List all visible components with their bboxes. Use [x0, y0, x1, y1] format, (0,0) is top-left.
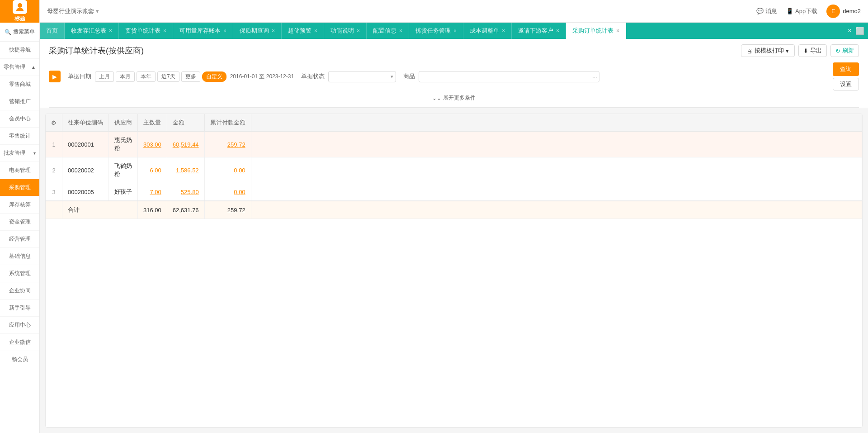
quantity-link-1[interactable]: 303.00	[143, 141, 161, 148]
tab-cost-adjust-label: 成本调整单	[470, 27, 499, 35]
row-quantity-3[interactable]: 7.00	[138, 183, 167, 201]
tab-receive-summary[interactable]: 收发存汇总表 ×	[65, 23, 119, 39]
sidebar-item-member[interactable]: 会员中心	[0, 110, 39, 128]
close-icon[interactable]: ×	[556, 28, 559, 34]
paid-link-2[interactable]: 0.00	[234, 167, 245, 174]
last-7-days-button[interactable]: 近7天	[157, 71, 179, 82]
print-button[interactable]: 🖨 按模板打印 ▾	[741, 44, 795, 57]
close-icon[interactable]: ×	[163, 28, 166, 34]
tab-pick-task-label: 拣货任务管理	[415, 27, 451, 35]
close-icon[interactable]: ×	[399, 28, 402, 34]
paid-link-3[interactable]: 0.00	[234, 189, 245, 195]
tab-order-stats[interactable]: 要货单统计表 ×	[119, 23, 173, 39]
date-label: 单据日期	[68, 72, 91, 81]
close-icon[interactable]: ×	[616, 28, 619, 34]
tab-cost-adjust[interactable]: 成本调整单 ×	[463, 23, 512, 39]
close-icon[interactable]: ×	[314, 28, 317, 34]
avatar-text: E	[831, 8, 835, 14]
operations-label: 经营管理	[9, 235, 31, 243]
custom-date-button[interactable]: 自定义	[202, 71, 226, 82]
tab-overstock[interactable]: 超储预警 ×	[282, 23, 324, 39]
tab-available-stock[interactable]: 可用量库存账本 ×	[173, 23, 233, 39]
row-paid-1[interactable]: 259.72	[204, 132, 251, 157]
export-button[interactable]: ⬇ 导出	[798, 44, 827, 57]
close-icon[interactable]: ×	[502, 28, 505, 34]
logo-text: 标题	[14, 15, 25, 23]
filter-section: ▶ 单据日期 上月 本月 本年 近7天 更多 自定义 2016-01-01 至 …	[49, 62, 859, 108]
last-month-button[interactable]: 上月	[95, 71, 114, 82]
sidebar-item-ecommerce[interactable]: 电商管理	[0, 162, 39, 179]
close-icon[interactable]: ×	[272, 28, 275, 34]
sidebar-item-operations[interactable]: 经营管理	[0, 231, 39, 248]
search-menu-button[interactable]: 🔍 搜索菜单	[3, 26, 37, 38]
sidebar-item-marketing[interactable]: 营销推广	[0, 93, 39, 110]
quantity-link-2[interactable]: 6.00	[150, 167, 161, 174]
close-icon[interactable]: ×	[109, 28, 112, 34]
table-row: 3 00020005 好孩子 7.00 525.80 0.00	[46, 183, 862, 201]
this-year-button[interactable]: 本年	[137, 71, 156, 82]
data-table: ⚙ 往来单位编码 供应商 主数量 金额 累计付款金额 1 00020001	[46, 114, 862, 219]
sidebar-item-basic-info[interactable]: 基础信息	[0, 248, 39, 265]
sidebar-item-appcenter[interactable]: 应用中心	[0, 317, 39, 334]
sidebar-item-finance[interactable]: 资金管理	[0, 214, 39, 231]
sidebar-item-inventory[interactable]: 库存核算	[0, 196, 39, 214]
row-amount-3[interactable]: 525.80	[167, 183, 204, 201]
sidebar-item-retail-mgmt[interactable]: 零售管理 ▲	[0, 59, 39, 76]
status-select[interactable]	[328, 71, 396, 82]
message-button[interactable]: 💬 消息	[756, 7, 777, 15]
amount-link-1[interactable]: 60,519.44	[173, 141, 199, 148]
tab-function-desc[interactable]: 功能说明 ×	[324, 23, 367, 39]
vip-label: 畅会员	[12, 356, 28, 363]
tab-expiry[interactable]: 保质期查询 ×	[233, 23, 282, 39]
member-label: 会员中心	[9, 115, 31, 123]
dropdown-icon[interactable]: ▾	[96, 8, 99, 14]
amount-link-3[interactable]: 525.80	[181, 189, 199, 195]
quantity-link-3[interactable]: 7.00	[150, 189, 161, 195]
close-icon[interactable]: ×	[223, 28, 226, 34]
sidebar-item-wechat[interactable]: 企业微信	[0, 334, 39, 351]
sidebar-item-vip[interactable]: 畅会员	[0, 351, 39, 368]
sidebar-item-enterprise[interactable]: 企业协同	[0, 282, 39, 300]
col-settings-header[interactable]: ⚙	[46, 114, 62, 132]
paid-link-1[interactable]: 259.72	[227, 141, 245, 148]
tab-close-all-button[interactable]: ×	[848, 27, 852, 35]
row-amount-2[interactable]: 1,586.52	[167, 157, 204, 183]
sidebar-item-retail-stats[interactable]: 零售统计	[0, 128, 39, 145]
sidebar-item-system[interactable]: 系统管理	[0, 265, 39, 282]
more-date-button[interactable]: 更多	[181, 71, 200, 82]
sidebar-item-newguide[interactable]: 新手引导	[0, 300, 39, 317]
amount-link-2[interactable]: 1,586.52	[176, 167, 199, 174]
settings-button[interactable]: 设置	[833, 78, 859, 90]
expand-more-button[interactable]: ⌄⌄ 展开更多条件	[432, 94, 476, 102]
sidebar-item-purchase[interactable]: 采购管理	[0, 179, 39, 196]
row-amount-1[interactable]: 60,519.44	[167, 132, 204, 157]
newguide-label: 新手引导	[9, 304, 31, 312]
tab-config[interactable]: 配置信息 ×	[367, 23, 409, 39]
tab-home[interactable]: 首页	[40, 23, 65, 39]
tab-purchase-order-stats[interactable]: 采购订单统计表 ×	[566, 23, 626, 39]
app-download-button[interactable]: 📱 App下载	[786, 7, 817, 15]
col-supplier-header: 供应商	[109, 114, 138, 132]
close-icon[interactable]: ×	[453, 28, 457, 34]
filter-toggle-button[interactable]: ▶	[49, 71, 61, 82]
col-extra-header	[251, 114, 862, 132]
tab-invite-downstream[interactable]: 邀请下游客户 ×	[512, 23, 566, 39]
this-month-button[interactable]: 本月	[116, 71, 135, 82]
logo[interactable]: 标题	[0, 0, 39, 23]
goods-input[interactable]	[419, 71, 599, 82]
row-quantity-1[interactable]: 303.00	[138, 132, 167, 157]
appcenter-label: 应用中心	[9, 321, 31, 329]
row-quantity-2[interactable]: 6.00	[138, 157, 167, 183]
query-button[interactable]: 查询	[833, 62, 859, 76]
row-paid-3[interactable]: 0.00	[204, 183, 251, 201]
goods-input-more-icon[interactable]: ···	[592, 73, 597, 80]
sidebar-item-shortcut[interactable]: 快捷导航	[0, 42, 39, 59]
sidebar-item-wholesale[interactable]: 批发管理 ▾	[0, 145, 39, 162]
sidebar-item-retail-mall[interactable]: 零售商城	[0, 76, 39, 93]
tab-maximize-button[interactable]: ⬜	[855, 27, 864, 35]
row-paid-2[interactable]: 0.00	[204, 157, 251, 183]
user-menu[interactable]: E demo2	[826, 5, 861, 18]
close-icon[interactable]: ×	[357, 28, 360, 34]
tab-pick-task[interactable]: 拣货任务管理 ×	[409, 23, 463, 39]
refresh-button[interactable]: ↻ 刷新	[830, 44, 859, 57]
